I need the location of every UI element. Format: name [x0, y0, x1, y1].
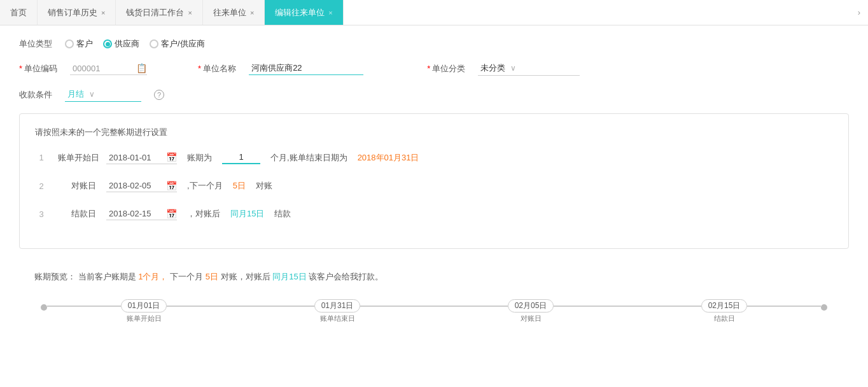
row-3-desc-suffix: 结款 [274, 208, 291, 220]
row-1-label: 账单开始日 [58, 152, 96, 164]
timeline-node-4-caption: 结款日 [714, 314, 735, 323]
row-3-date-input[interactable] [106, 208, 164, 220]
payment-row: 收款条件 月结 ∨ ? [19, 87, 849, 102]
tab-partners-label: 往来单位 [213, 7, 246, 18]
preview-text-prefix: 当前客户账期是 [78, 272, 136, 281]
payment-label: 收款条件 [19, 89, 52, 101]
row-1-num: 1 [35, 153, 48, 162]
row-3-desc-prefix: ，对账后 [187, 208, 220, 220]
row-1-desc-prefix: 账期为 [187, 152, 212, 164]
radio-supplier[interactable]: 供应商 [103, 38, 139, 50]
row-1-period-input[interactable] [222, 151, 260, 164]
preview-text-mid2: 对账，对账后 [221, 272, 270, 281]
radio-both[interactable]: 客户/供应商 [150, 38, 205, 50]
timeline-line-3a [434, 306, 508, 307]
preview-section: 账期预览： 当前客户账期是 1个月， 下一个月 5日 对账，对账后 同月15日 … [19, 259, 849, 334]
timeline-line-2a [241, 306, 314, 307]
unit-name-label: *单位名称 [198, 63, 236, 74]
preview-text: 账期预览： 当前客户账期是 1个月， 下一个月 5日 对账，对账后 同月15日 … [34, 269, 834, 284]
row-1-desc-suffix: 个月,账单结束日期为 [270, 152, 347, 164]
timeline-node-4: 02月15日 结款日 [627, 299, 821, 323]
timeline-node-4-line-row: 02月15日 [627, 299, 821, 313]
timeline-node-1: 01月01日 账单开始日 [47, 299, 241, 323]
row-2-num: 2 [35, 181, 48, 191]
preview-highlight1: 1个月， [138, 272, 167, 281]
timeline-node-1-caption: 账单开始日 [127, 314, 162, 323]
row-2-date-group: 📅 [106, 179, 177, 192]
tab-more-button[interactable]: › [850, 0, 868, 25]
timeline: 01月01日 账单开始日 01月31日 账单结束日 02月05日 [34, 299, 834, 323]
row-3-num: 3 [35, 209, 48, 219]
tab-home[interactable]: 首页 [0, 0, 38, 25]
radio-supplier-circle [103, 39, 112, 48]
timeline-right-end [821, 304, 827, 311]
settings-box: 请按照未来的一个完整帐期进行设置 1 账单开始日 📅 账期为 个月,账单结束日期… [19, 113, 849, 249]
row-1-highlight: 2018年01月31日 [358, 152, 419, 164]
timeline-line-2b [360, 306, 434, 307]
timeline-node-2-line-row: 01月31日 [241, 299, 434, 313]
unit-category-label: *单位分类 [427, 63, 465, 74]
tab-sales-history-close[interactable]: × [101, 9, 105, 17]
preview-highlight2: 5日 [206, 272, 218, 281]
row-3-calendar-icon[interactable]: 📅 [166, 209, 177, 219]
tab-cashflow-label: 钱货日清工作台 [126, 7, 184, 18]
tab-sales-history[interactable]: 销售订单历史 × [38, 0, 116, 25]
category-chevron-icon: ∨ [510, 64, 516, 73]
timeline-node-3-caption: 对账日 [521, 314, 542, 323]
unit-name-star: * [198, 64, 201, 73]
unit-category-select[interactable]: 未分类 ∨ [478, 61, 580, 76]
row-3-date-group: 📅 [106, 208, 177, 220]
tab-partners-close[interactable]: × [250, 9, 254, 17]
timeline-node-2-caption: 账单结束日 [320, 314, 355, 323]
payment-help-icon[interactable]: ? [154, 90, 164, 100]
radio-supplier-label: 供应商 [115, 38, 139, 50]
tab-edit-partner[interactable]: 编辑往来单位 × [265, 0, 343, 25]
unit-type-radio-group: 客户 供应商 客户/供应商 [65, 38, 205, 50]
tab-edit-partner-close[interactable]: × [328, 9, 332, 17]
preview-label: 账期预览： [34, 272, 76, 281]
tab-bar: 首页 销售订单历史 × 钱货日清工作台 × 往来单位 × 编辑往来单位 × › [0, 0, 868, 25]
tab-sales-history-label: 销售订单历史 [48, 7, 97, 18]
row-2-desc-suffix: 对账 [256, 180, 272, 192]
timeline-line-1b [167, 306, 241, 307]
row-1-date-input[interactable] [106, 151, 164, 164]
unit-code-input-group: 📋 [70, 62, 147, 75]
row-2-calendar-icon[interactable]: 📅 [166, 181, 177, 191]
payment-chevron-icon: ∨ [89, 90, 95, 99]
timeline-node-1-pill: 01月01日 [121, 299, 167, 313]
radio-customer-circle [65, 39, 74, 48]
timeline-node-3-pill: 02月05日 [508, 299, 554, 313]
unit-name-input[interactable] [249, 62, 363, 75]
timeline-line-4a [627, 306, 701, 307]
tab-partners[interactable]: 往来单位 × [203, 0, 265, 25]
unit-code-input[interactable] [70, 62, 134, 74]
tab-cashflow-close[interactable]: × [188, 9, 192, 17]
row-1-date-group: 📅 [106, 151, 177, 164]
row-2-highlight: 5日 [233, 180, 246, 192]
timeline-node-3-line-row: 02月05日 [434, 299, 627, 313]
row-1-calendar-icon[interactable]: 📅 [166, 152, 177, 162]
unit-type-label: 单位类型 [19, 38, 52, 50]
setting-row-2: 2 对账日 📅 ,下一个月 5日 对账 [35, 179, 833, 192]
unit-code-star: * [19, 64, 22, 73]
unit-code-icon[interactable]: 📋 [136, 63, 147, 73]
timeline-node-1-line-row: 01月01日 [47, 299, 241, 313]
settings-title: 请按照未来的一个完整帐期进行设置 [35, 127, 833, 138]
tab-home-label: 首页 [10, 7, 27, 18]
main-content: 单位类型 客户 供应商 客户/供应商 *单位编码 📋 *单位名 [0, 25, 868, 387]
timeline-line-1a [47, 306, 121, 307]
preview-text-mid1: 下一个月 [170, 272, 203, 281]
unit-code-label: *单位编码 [19, 63, 57, 74]
payment-select[interactable]: 月结 ∨ [65, 87, 141, 102]
radio-customer[interactable]: 客户 [65, 38, 93, 50]
row-3-highlight: 同月15日 [230, 208, 264, 220]
row-3-label: 结款日 [58, 208, 96, 220]
radio-both-label: 客户/供应商 [161, 38, 205, 50]
tab-cashflow[interactable]: 钱货日清工作台 × [116, 0, 202, 25]
row-2-date-input[interactable] [106, 179, 164, 192]
setting-row-3: 3 结款日 📅 ，对账后 同月15日 结款 [35, 208, 833, 220]
timeline-node-4-pill: 02月15日 [701, 299, 748, 313]
tab-edit-partner-label: 编辑往来单位 [275, 7, 325, 18]
timeline-left-end [41, 304, 47, 311]
timeline-left-dot [41, 304, 47, 311]
